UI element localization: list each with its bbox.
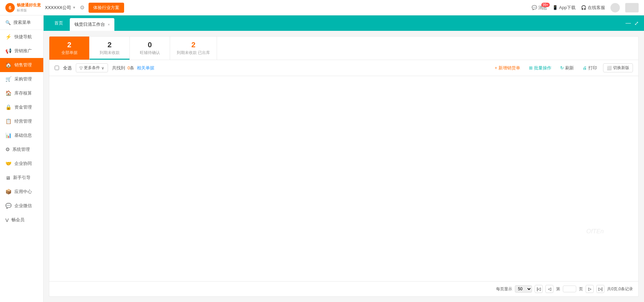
box-icon: 📦 — [5, 189, 12, 195]
filter-icon: ▽ — [79, 66, 83, 70]
sidebar-item-cooperation[interactable]: 🤝 企业协同 — [0, 157, 43, 171]
gear-icon: ⚙ — [5, 146, 10, 153]
sidebar-label: 应用中心 — [14, 189, 32, 195]
sidebar-item-guide[interactable]: 🖥 新手引导 — [0, 171, 43, 185]
sidebar-label: 系统管理 — [12, 146, 30, 153]
table-area — [49, 76, 639, 282]
chevron-down-icon: ▼ — [72, 6, 76, 9]
stat-tab-overdue[interactable]: 2 到期未收款 — [90, 37, 130, 60]
select-all-label: 全选 — [63, 65, 72, 71]
sidebar-item-marketing[interactable]: 📢 营销推广 — [0, 44, 43, 58]
tab-home[interactable]: 首页 — [49, 15, 68, 31]
company-name: XXXXXX公司 — [45, 5, 71, 11]
megaphone-icon: 📢 — [5, 48, 12, 54]
switch-icon: ⬜ — [607, 66, 612, 70]
refresh-button[interactable]: ↻ 刷新 — [557, 64, 577, 72]
avatar[interactable] — [610, 3, 620, 12]
tab-active-page[interactable]: 钱货日清工作台 × — [70, 18, 114, 31]
app-download-button[interactable]: 📱 App下载 — [552, 5, 576, 11]
lock-icon: 🔒 — [5, 104, 12, 110]
main-wrap: 首页 钱货日清工作台 × — ⤢ 2 全部单据 2 到期未收款 0 旺辅待确认 — [44, 15, 644, 302]
table-icon: 📊 — [5, 132, 12, 138]
sidebar-item-member[interactable]: V 畅会员 — [0, 213, 43, 227]
sidebar-item-app-center[interactable]: 📦 应用中心 — [0, 185, 43, 199]
filter-result: 共找到 0条 相关单据 — [112, 65, 154, 71]
sidebar-item-inventory[interactable]: 🏠 库存核算 — [0, 86, 43, 100]
sidebar-label: 企业协同 — [14, 161, 32, 167]
sidebar-item-sales[interactable]: 🏠 销售管理 — [0, 58, 43, 72]
tab-bar-actions: — ⤢ — [626, 20, 639, 26]
prev-page-button[interactable]: ◁ — [545, 285, 553, 293]
tab-close-button[interactable]: × — [108, 22, 110, 26]
sidebar-item-basic-info[interactable]: 📊 基础信息 — [0, 128, 43, 142]
warehouse-icon: 🏠 — [5, 90, 12, 96]
last-page-button[interactable]: ▷| — [596, 285, 604, 293]
trial-button[interactable]: 体验行业方案 — [89, 3, 124, 13]
settings-button[interactable]: ⚙ — [80, 4, 85, 11]
select-all-checkbox[interactable] — [55, 66, 59, 70]
top-bar-left: 6 畅捷通好生意 标准版 XXXXXX公司 ▼ ⚙ 体验行业方案 — [5, 2, 124, 13]
logo-icon: 6 — [5, 3, 15, 12]
vip-icon: V — [5, 217, 9, 223]
more-conditions-button[interactable]: ▽ 更多条件 ∨ — [76, 63, 108, 72]
logo-area: 6 畅捷通好生意 标准版 — [5, 2, 41, 13]
page-label-end: 页 — [579, 286, 583, 292]
stat-tab-overdue-shipped[interactable]: 2 到期未收款 已出库 — [170, 37, 217, 60]
home-icon: 🏠 — [5, 62, 12, 68]
related-link[interactable]: 相关单据 — [137, 65, 154, 70]
next-page-button[interactable]: ▷ — [586, 285, 594, 293]
per-page-label: 每页显示 — [496, 286, 512, 292]
download-icon: 📱 — [552, 5, 558, 10]
print-icon: 🖨 — [583, 65, 587, 70]
print-button[interactable]: 🖨 打印 — [580, 64, 600, 72]
sidebar-label: 快捷导航 — [14, 34, 32, 40]
maximize-button[interactable]: ⤢ — [634, 20, 639, 26]
stat-tab-all[interactable]: 2 全部单据 — [49, 37, 90, 60]
page-input[interactable]: 1 — [563, 286, 576, 292]
first-page-button[interactable]: |◁ — [535, 285, 543, 293]
sidebar-item-system[interactable]: ⚙ 系统管理 — [0, 142, 43, 157]
top-bar-right: 💬 消息 99+ 📱 App下载 🎧 在线客服 — [532, 3, 639, 12]
message-icon: 💬 — [532, 5, 537, 10]
sidebar-item-operations[interactable]: 📋 经营管理 — [0, 114, 43, 128]
new-sales-button[interactable]: + 新增销货单 — [492, 64, 523, 72]
chat-icon: 💬 — [5, 203, 12, 209]
switch-version-button[interactable]: ⬜ 切换新版 — [603, 63, 633, 72]
search-icon: 🔍 — [5, 20, 11, 25]
sidebar-label: 基础信息 — [14, 132, 32, 138]
stat-tab-pending[interactable]: 0 旺辅待确认 — [130, 37, 170, 60]
top-bar: 6 畅捷通好生意 标准版 XXXXXX公司 ▼ ⚙ 体验行业方案 💬 消息 99… — [0, 0, 644, 15]
batch-ops-button[interactable]: ⊞ 批量操作 — [526, 64, 554, 72]
sidebar-item-finance[interactable]: 🔒 资金管理 — [0, 100, 43, 114]
per-page-select[interactable]: 50 20 100 — [515, 285, 532, 293]
sidebar-label: 采购管理 — [14, 76, 32, 82]
refresh-icon: ↻ — [560, 65, 564, 70]
filter-bar: 全选 ▽ 更多条件 ∨ 共找到 0条 相关单据 + 新增销货单 ⊞ 批量操作 ↻ — [49, 60, 639, 76]
content-area: 2 全部单据 2 到期未收款 0 旺辅待确认 2 到期未收款 已出库 全选 ▽ — [44, 31, 644, 302]
cart-icon: 🛒 — [5, 76, 12, 82]
user-menu[interactable] — [625, 3, 639, 12]
sidebar-item-purchase[interactable]: 🛒 采购管理 — [0, 72, 43, 86]
monitor-icon: 🖥 — [5, 175, 10, 181]
search-menu-item[interactable]: 🔍 搜索菜单 — [0, 15, 43, 30]
online-service-button[interactable]: 🎧 在线客服 — [581, 5, 605, 11]
sidebar-label: 库存核算 — [14, 90, 32, 96]
minimize-button[interactable]: — — [626, 20, 631, 26]
service-icon: 🎧 — [581, 5, 586, 10]
clipboard-icon: 📋 — [5, 118, 12, 124]
company-selector[interactable]: XXXXXX公司 ▼ — [45, 5, 76, 11]
sidebar-label: 畅会员 — [11, 217, 24, 223]
pagination-bar: 每页显示 50 20 100 |◁ ◁ 第 1 页 ▷ ▷| 共0页,0条记录 — [49, 282, 639, 297]
handshake-icon: 🤝 — [5, 161, 12, 167]
sidebar-item-quick-nav[interactable]: ⚡ 快捷导航 — [0, 30, 43, 44]
sidebar-label: 资金管理 — [14, 104, 32, 110]
tab-bar: 首页 钱货日清工作台 × — ⤢ — [44, 15, 644, 31]
sidebar-label: 企业微信 — [14, 203, 32, 209]
sidebar-label: 营销推广 — [14, 48, 32, 54]
sidebar: 🔍 搜索菜单 ⚡ 快捷导航 📢 营销推广 🏠 销售管理 🛒 采购管理 🏠 库存核… — [0, 15, 44, 302]
message-button[interactable]: 💬 消息 99+ — [532, 5, 547, 11]
sidebar-item-wechat[interactable]: 💬 企业微信 — [0, 199, 43, 213]
sidebar-label: 经营管理 — [14, 118, 32, 124]
logo-text: 畅捷通好生意 标准版 — [17, 2, 41, 13]
stats-tabs: 2 全部单据 2 到期未收款 0 旺辅待确认 2 到期未收款 已出库 — [49, 36, 639, 60]
